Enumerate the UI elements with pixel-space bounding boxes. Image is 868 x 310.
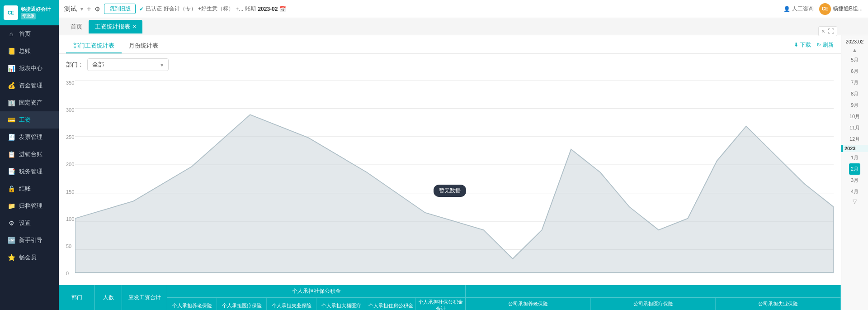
sidebar-item-closing[interactable]: 🔒结账 <box>0 180 59 197</box>
expand-panel-button[interactable]: ⛶ <box>828 28 834 35</box>
sidebar-item-tax[interactable]: 📑税务管理 <box>0 163 59 180</box>
tax-icon: 📑 <box>7 168 15 175</box>
sidebar-logo: CE 畅捷通好会计 专业版 <box>0 0 59 25</box>
download-button[interactable]: ⬇ 下载 <box>794 41 811 49</box>
sidebar-item-funds[interactable]: 💰资金管理 <box>0 77 59 94</box>
y-label: 100 <box>66 216 74 222</box>
rp-month-2023[interactable]: 1月 <box>849 152 860 163</box>
sidebar-item-settings[interactable]: ⚙设置 <box>0 215 59 232</box>
right-panel: 2023.02 ▲ 5月6月7月8月9月10月11月12月 2023 1月2月3… <box>841 35 868 310</box>
th-dept: 部门 <box>59 285 95 310</box>
topbar-settings-icon[interactable]: ⚙ <box>94 5 100 13</box>
archive-icon: 📁 <box>7 202 15 210</box>
th-personal-sub: 个人承担养老保险 <box>167 298 217 310</box>
calendar-icon[interactable]: 📅 <box>279 6 286 12</box>
logo-icon: CE <box>4 5 18 20</box>
y-label: 250 <box>66 134 74 140</box>
consult-button[interactable]: 👤 人工咨询 <box>783 5 814 13</box>
rp-month-2023[interactable]: 3月 <box>849 175 860 186</box>
tabbar: 首页 工资统计报表 × <box>59 18 868 35</box>
rp-month-2023[interactable]: 2月 <box>849 163 860 175</box>
sidebar-item-member[interactable]: ⭐畅会员 <box>0 249 59 266</box>
sidebar-item-reports[interactable]: 📊报表中心 <box>0 60 59 77</box>
subtab-month[interactable]: 月份统计表 <box>122 39 165 53</box>
th-count: 人数 <box>95 285 122 310</box>
sidebar-item-archive[interactable]: 📁归档管理 <box>0 197 59 215</box>
guide-icon: 🆕 <box>7 237 15 244</box>
avatar: CE <box>819 3 831 15</box>
th-personal-sub: 个人承担大额医疗 <box>316 298 366 310</box>
rp-month-2023[interactable]: 4月 <box>849 186 860 197</box>
sidebar-item-guide[interactable]: 🆕新手引导 <box>0 232 59 249</box>
th-personal-sub: 个人承担失业保险 <box>267 298 316 310</box>
th-company-sub: 公司承担养老保险 <box>466 298 591 310</box>
th-company-sub: 公司承担医疗保险 <box>591 298 716 310</box>
member-icon: ⭐ <box>7 254 15 261</box>
topbar: 测试 ▾ + ⚙ 切到旧版 ✔ 已认证 好会计（专） +好生意（标） +... … <box>59 0 868 18</box>
consult-icon: 👤 <box>783 6 790 12</box>
filter-value: 全部 <box>92 61 104 69</box>
topbar-status: ✔ 已认证 好会计（专） +好生意（标） +... 账期 2023-02 📅 <box>139 5 286 13</box>
th-personal-sub: 个人承担住房公积金 <box>366 298 416 310</box>
chart-svg <box>75 80 834 276</box>
topbar-dropdown-arrow[interactable]: ▾ <box>80 6 83 12</box>
rp-month[interactable]: 5月 <box>848 54 862 66</box>
y-label: 300 <box>66 107 74 113</box>
th-group-company: 公司承担养老保险公司承担医疗保险公司承担失业保险 <box>466 285 841 310</box>
main-area: 测试 ▾ + ⚙ 切到旧版 ✔ 已认证 好会计（专） +好生意（标） +... … <box>59 0 868 310</box>
topbar-project: 测试 <box>64 5 77 13</box>
rp-month[interactable]: 8月 <box>848 88 862 100</box>
table-header: 部门 人数 应发工资合计 个人承担社保公积金 个人承担养老保险个人承担医疗保险个… <box>59 285 841 310</box>
y-label: 50 <box>66 243 74 249</box>
filter-bar: 部门： 全部 ▾ <box>59 54 841 76</box>
settings-icon: ⚙ <box>7 219 15 227</box>
rp-month[interactable]: 7月 <box>848 77 862 88</box>
funds-icon: 💰 <box>7 82 15 89</box>
topbar-add-button[interactable]: + <box>87 5 91 13</box>
y-label: 150 <box>66 189 74 195</box>
refresh-button[interactable]: ↻ 刷新 <box>816 41 834 49</box>
home-icon: ⌂ <box>7 30 15 38</box>
th-group-personal-subs: 个人承担养老保险个人承担医疗保险个人承担失业保险个人承担大额医疗个人承担住房公积… <box>167 298 465 310</box>
chart-y-labels: 350300250200150100500 <box>66 80 74 276</box>
subtab-bar: 部门工资统计表 月份统计表 ⬇ 下载 ↻ 刷新 <box>59 35 841 54</box>
sidebar-item-invoice[interactable]: 🧾发票管理 <box>0 129 59 146</box>
rp-up-arrow[interactable]: ▲ <box>851 46 859 54</box>
sidebar-item-purchase[interactable]: 📋进销台账 <box>0 146 59 163</box>
rp-down-arrow[interactable]: ▽ <box>852 197 858 205</box>
closing-icon: 🔒 <box>7 185 15 192</box>
th-personal-sub: 个人承担社保公积金合计 <box>416 298 465 310</box>
sidebar-item-salary[interactable]: 💳工资 <box>0 111 59 129</box>
sidebar-item-home[interactable]: ⌂首页 <box>0 25 59 43</box>
rp-month[interactable]: 11月 <box>848 122 862 134</box>
content-main: 部门工资统计表 月份统计表 ⬇ 下载 ↻ 刷新 <box>59 35 841 310</box>
y-label: 0 <box>66 271 74 276</box>
tab-close-icon[interactable]: × <box>133 24 136 30</box>
logo-text: 畅捷通好会计 专业版 <box>21 6 51 19</box>
rp-month[interactable]: 12月 <box>848 134 862 145</box>
rp-year-2023[interactable]: 2023 <box>841 145 868 152</box>
th-personal-sub: 个人承担医疗保险 <box>217 298 267 310</box>
download-icon: ⬇ <box>794 42 798 48</box>
user-area[interactable]: CE 畅捷通B组... <box>819 3 863 15</box>
rp-month[interactable]: 9月 <box>848 100 862 111</box>
rp-month[interactable]: 6月 <box>848 66 862 77</box>
sidebar-item-ledger[interactable]: 📒总账 <box>0 43 59 60</box>
sidebar-item-assets[interactable]: 🏢固定资产 <box>0 94 59 111</box>
refresh-icon: ↻ <box>816 42 821 48</box>
rp-month[interactable]: 10月 <box>848 111 862 122</box>
subtab-dept[interactable]: 部门工资统计表 <box>66 39 122 53</box>
purchase-icon: 📋 <box>7 151 15 158</box>
dropdown-arrow-icon: ▾ <box>160 62 164 68</box>
switch-version-button[interactable]: 切到旧版 <box>104 4 136 14</box>
close-panel-button[interactable]: × <box>821 28 825 35</box>
dept-filter-select[interactable]: 全部 ▾ <box>87 58 169 71</box>
tab-salary-report[interactable]: 工资统计报表 × <box>89 20 142 33</box>
assets-icon: 🏢 <box>7 99 15 106</box>
sidebar: CE 畅捷通好会计 专业版 ⌂首页📒总账📊报表中心💰资金管理🏢固定资产💳工资🧾发… <box>0 0 59 310</box>
subtab-actions: ⬇ 下载 ↻ 刷新 <box>794 41 834 52</box>
subtabs: 部门工资统计表 月份统计表 <box>66 39 165 53</box>
tab-home[interactable]: 首页 <box>64 20 89 33</box>
invoice-icon: 🧾 <box>7 134 15 141</box>
topbar-right: 👤 人工咨询 CE 畅捷通B组... <box>783 3 863 15</box>
